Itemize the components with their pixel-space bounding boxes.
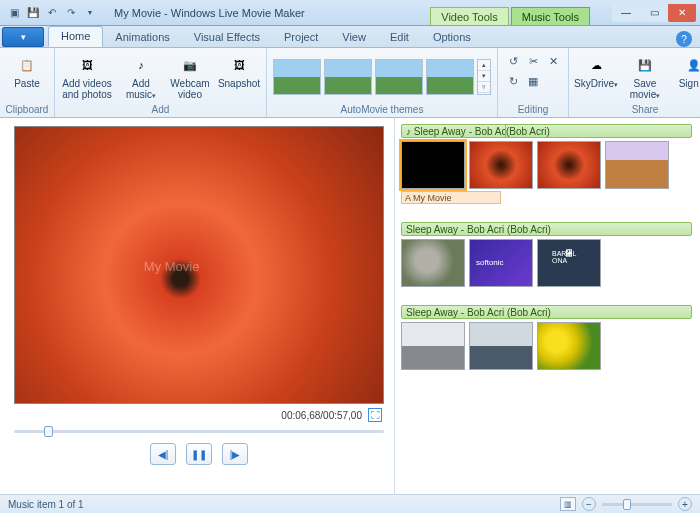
skydrive-button[interactable]: ☁ SkyDrive▾ xyxy=(573,50,619,92)
add-videos-icon: 🖼 xyxy=(75,53,99,77)
prev-frame-button[interactable]: ◀| xyxy=(150,443,176,465)
contextual-tabs: Video Tools Music Tools xyxy=(430,0,592,25)
tab-visual-effects[interactable]: Visual Effects xyxy=(182,28,272,47)
timeline-section-1: ♪ Sleep Away - Bob Ac (Bob Acri) A My Mo… xyxy=(401,124,692,204)
save-movie-button[interactable]: 💾 Save movie▾ xyxy=(622,50,668,103)
group-label-share: Share xyxy=(573,103,700,117)
theme-thumb-4[interactable] xyxy=(426,59,474,95)
seek-thumb[interactable] xyxy=(44,426,53,437)
add-music-icon: ♪ xyxy=(129,53,153,77)
theme-scroll: ▴ ▾ ▿ xyxy=(477,59,491,95)
seek-track[interactable] xyxy=(14,430,384,433)
maximize-button[interactable]: ▭ xyxy=(640,4,668,22)
save-icon[interactable]: 💾 xyxy=(25,5,41,21)
skydrive-icon: ☁ xyxy=(584,53,608,77)
zoom-out-button[interactable]: − xyxy=(582,497,596,511)
tab-view[interactable]: View xyxy=(330,28,378,47)
zoom-slider[interactable] xyxy=(602,503,672,506)
theme-thumb-3[interactable] xyxy=(375,59,423,95)
play-pause-button[interactable]: ❚❚ xyxy=(186,443,212,465)
title-bar: ▣ 💾 ↶ ↷ ▼ My Movie - Windows Live Movie … xyxy=(0,0,700,26)
clip-koala[interactable] xyxy=(401,239,465,287)
zoom-in-button[interactable]: + xyxy=(678,497,692,511)
tab-music-tools[interactable]: Music Tools xyxy=(511,7,590,25)
clip-flower-2[interactable] xyxy=(537,141,601,189)
status-text: Music item 1 of 1 xyxy=(8,499,84,510)
transport-controls: ◀| ❚❚ |▶ xyxy=(14,437,384,471)
more-editing-icon[interactable] xyxy=(544,72,562,90)
ribbon: 📋 Paste Clipboard 🖼 Add videos and photo… xyxy=(0,48,700,118)
file-menu-button[interactable]: ▾ xyxy=(2,27,44,47)
sign-in-icon: 👤 xyxy=(682,53,700,77)
rotate-right-icon[interactable]: ↻ xyxy=(504,72,522,90)
group-share: ☁ SkyDrive▾ 💾 Save movie▾ 👤 Sign in Shar… xyxy=(569,48,700,117)
theme-scroll-up-icon[interactable]: ▴ xyxy=(478,60,490,71)
seek-bar xyxy=(14,426,384,437)
undo-icon[interactable]: ↶ xyxy=(44,5,60,21)
redo-icon[interactable]: ↷ xyxy=(63,5,79,21)
cut-icon[interactable]: ✂ xyxy=(524,52,542,70)
close-button[interactable]: ✕ xyxy=(668,4,696,22)
preview-video[interactable]: My Movie xyxy=(14,126,384,404)
minimize-button[interactable]: — xyxy=(612,4,640,22)
theme-scroll-down-icon[interactable]: ▾ xyxy=(478,71,490,82)
timeline-pane: ♪ Sleep Away - Bob Ac (Bob Acri) A My Mo… xyxy=(395,118,700,494)
theme-gallery-expand-icon[interactable]: ▿ xyxy=(478,82,490,93)
add-music-button[interactable]: ♪ Add music▾ xyxy=(118,50,164,103)
save-movie-icon: 💾 xyxy=(633,53,657,77)
clip-desert[interactable] xyxy=(605,141,669,189)
preview-pane: My Movie 00:06,68/00:57,00 ⛶ ◀| ❚❚ |▶ xyxy=(0,118,395,494)
group-editing: ↺ ✂ ✕ ↻ ▦ Editing xyxy=(498,48,569,117)
time-text: 00:06,68/00:57,00 xyxy=(281,410,362,421)
paste-button[interactable]: 📋 Paste xyxy=(4,50,50,92)
time-display: 00:06,68/00:57,00 ⛶ xyxy=(14,404,384,426)
webcam-icon: 📷 xyxy=(178,53,202,77)
next-frame-button[interactable]: |▶ xyxy=(222,443,248,465)
clip-tulips[interactable] xyxy=(537,322,601,370)
window-controls: — ▭ ✕ xyxy=(612,4,700,22)
caption-track[interactable]: A My Movie xyxy=(401,191,501,204)
music-track-2[interactable]: Sleep Away - Bob Acri (Bob Acri) xyxy=(401,222,692,236)
clip-flower-1[interactable] xyxy=(469,141,533,189)
title-overlay: My Movie xyxy=(144,259,200,274)
timeline-section-2: Sleep Away - Bob Acri (Bob Acri) xyxy=(401,222,692,287)
help-icon[interactable]: ? xyxy=(676,31,692,47)
tab-video-tools[interactable]: Video Tools xyxy=(430,7,508,25)
clip-title[interactable] xyxy=(401,141,465,189)
group-clipboard: 📋 Paste Clipboard xyxy=(0,48,55,117)
webcam-button[interactable]: 📷 Webcam video xyxy=(167,50,213,103)
add-videos-button[interactable]: 🖼 Add videos and photos xyxy=(59,50,115,103)
tab-options[interactable]: Options xyxy=(421,28,483,47)
ribbon-tabs: ▾ Home Animations Visual Effects Project… xyxy=(0,26,700,48)
snapshot-button[interactable]: 🖼 Snapshot xyxy=(216,50,262,92)
tab-edit[interactable]: Edit xyxy=(378,28,421,47)
music-track-1[interactable]: ♪ Sleep Away - Bob Ac (Bob Acri) xyxy=(401,124,692,138)
music-track-3[interactable]: Sleep Away - Bob Acri (Bob Acri) xyxy=(401,305,692,319)
snapshot-icon: 🖼 xyxy=(227,53,251,77)
tab-home[interactable]: Home xyxy=(48,26,103,47)
zoom-thumb[interactable] xyxy=(623,499,631,510)
tab-project[interactable]: Project xyxy=(272,28,330,47)
paste-icon: 📋 xyxy=(15,53,39,77)
status-bar: Music item 1 of 1 ▥ − + xyxy=(0,494,700,513)
group-label-add: Add xyxy=(59,103,262,117)
qat-dropdown-icon[interactable]: ▼ xyxy=(82,5,98,21)
clip-desk[interactable] xyxy=(469,322,533,370)
clip-office[interactable] xyxy=(401,322,465,370)
app-menu-icon[interactable]: ▣ xyxy=(6,5,22,21)
clip-barcelona[interactable] xyxy=(537,239,601,287)
tab-animations[interactable]: Animations xyxy=(103,28,181,47)
clip-softonic[interactable] xyxy=(469,239,533,287)
fullscreen-icon[interactable]: ⛶ xyxy=(368,408,382,422)
select-all-icon[interactable]: ▦ xyxy=(524,72,542,90)
group-label-automovie: AutoMovie themes xyxy=(271,103,493,117)
rotate-left-icon[interactable]: ↺ xyxy=(504,52,522,70)
group-automovie: ▴ ▾ ▿ AutoMovie themes xyxy=(267,48,498,117)
theme-thumb-2[interactable] xyxy=(324,59,372,95)
sign-in-button[interactable]: 👤 Sign in xyxy=(671,50,700,92)
theme-thumb-1[interactable] xyxy=(273,59,321,95)
delete-icon[interactable]: ✕ xyxy=(544,52,562,70)
group-add: 🖼 Add videos and photos ♪ Add music▾ 📷 W… xyxy=(55,48,267,117)
view-mode-button[interactable]: ▥ xyxy=(560,497,576,511)
main-area: My Movie 00:06,68/00:57,00 ⛶ ◀| ❚❚ |▶ ♪ … xyxy=(0,118,700,494)
